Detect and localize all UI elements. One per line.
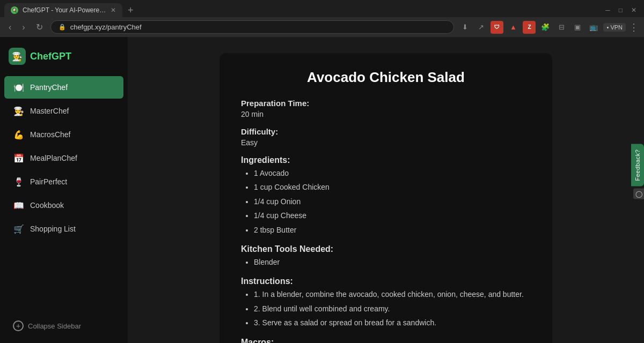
browser-tab-active[interactable]: 🍳 ChefGPT - Your AI-Powered Pers... ✕ [4,3,122,17]
logo-text: ChefGPT [30,51,71,62]
recipe-card: Avocado Chicken Salad Preparation Time: … [219,53,552,343]
share-icon[interactable]: ↗ [474,21,487,34]
list-item: Blender [254,256,531,268]
tab-close-button[interactable]: ✕ [111,6,116,14]
list-item: 1. In a blender, combine the avocado, co… [254,288,531,300]
difficulty-label: Difficulty: [241,127,531,136]
prep-time-label: Preparation Time: [241,99,531,108]
instructions-list: 1. In a blender, combine the avocado, co… [241,288,531,329]
browser-menu-button[interactable]: ⋮ [629,21,639,33]
sidebar-item-label: MealPlanChef [30,154,77,162]
extension-icon-2[interactable]: ▲ [507,21,519,34]
pantry-chef-icon: 🍽️ [13,81,25,93]
ingredients-list: 1 Avocado 1 cup Cooked Chicken 1/4 cup O… [241,167,531,236]
ingredients-label: Ingredients: [241,155,531,165]
security-icon: 🔒 [58,24,66,31]
macros-label: Macros: [241,338,531,343]
list-item: 1/4 cup Onion [254,196,531,207]
minimize-button[interactable]: ─ [602,5,613,15]
refresh-button[interactable]: ↻ [33,21,46,33]
sidebar-item-macros-chef[interactable]: 💪 MacrosChef [4,123,123,146]
sidebar-item-shopping-list[interactable]: 🛒 Shopping List [4,218,123,240]
address-bar: ‹ › ↻ 🔒 chefgpt.xyz/pantryChef ⬇ ↗ 🛡 ▲ Z… [0,17,644,37]
list-item: 1/4 cup Cheese [254,210,531,221]
list-item: 1 cup Cooked Chicken [254,181,531,193]
tab-favicon: 🍳 [11,6,18,14]
collapse-sidebar-label: Collapse Sidebar [28,322,81,330]
logo-accent: GPT [52,51,71,62]
sidebar: 👨‍🍳 ChefGPT 🍽️ PantryChef 👨‍🍳 MasterChef… [0,37,128,343]
split-view-icon[interactable]: ▣ [571,21,584,34]
logo-icon: 👨‍🍳 [9,48,26,65]
sidebar-item-meal-plan-chef[interactable]: 📅 MealPlanChef [4,147,123,169]
forward-button[interactable]: › [19,21,28,33]
logo-main: Chef [30,51,52,62]
new-tab-button[interactable]: + [125,5,137,16]
tab-bar: 🍳 ChefGPT - Your AI-Powered Pers... ✕ + … [0,0,644,17]
sidebar-item-master-chef[interactable]: 👨‍🍳 MasterChef [4,100,123,122]
sidebar-spacer [0,241,128,315]
sidebar-item-label: MacrosChef [30,130,70,139]
logo: 👨‍🍳 ChefGPT [0,43,128,76]
tools-list: Blender [241,256,531,268]
feedback-button[interactable]: Feedback? [631,144,644,187]
extension-icon-3[interactable]: Z [523,21,536,34]
meal-plan-chef-icon: 📅 [13,152,25,164]
list-item: 1 Avocado [254,167,531,179]
url-bar[interactable]: 🔒 chefgpt.xyz/pantryChef [50,20,455,34]
macros-chef-icon: 💪 [13,129,25,140]
sidebar-item-label: Shopping List [30,225,76,233]
prep-time-value: 20 min [241,110,531,118]
browser-chrome: 🍳 ChefGPT - Your AI-Powered Pers... ✕ + … [0,0,644,37]
download-icon[interactable]: ⬇ [458,21,471,34]
extensions-button[interactable]: 🧩 [539,21,552,34]
collapse-sidebar-button[interactable]: + Collapse Sidebar [4,315,123,337]
feedback-container: Feedback? ◯ [631,144,644,199]
tools-label: Kitchen Tools Needed: [241,244,531,254]
feedback-toggle-icon[interactable]: ◯ [633,188,644,199]
sidebar-item-pantry-chef[interactable]: 🍽️ PantryChef [4,76,123,99]
list-item: 2 tbsp Butter [254,224,531,236]
cast-icon[interactable]: 📺 [587,21,600,34]
browser-toolbar: ⬇ ↗ 🛡 ▲ Z 🧩 ⊟ ▣ 📺 • VPN ⋮ [458,21,639,34]
sidebar-item-label: PairPerfect [30,177,67,186]
maximize-button[interactable]: □ [616,5,626,15]
sidebar-item-label: Cookbook [30,201,64,210]
cookbook-icon: 📖 [13,199,25,211]
tab-title: ChefGPT - Your AI-Powered Pers... [23,6,106,14]
sidebar-item-pair-perfect[interactable]: 🍷 PairPerfect [4,170,123,193]
extension-icon-1[interactable]: 🛡 [491,21,503,34]
close-button[interactable]: ✕ [628,5,640,15]
difficulty-value: Easy [241,138,531,147]
window-controls: ─ □ ✕ [602,5,640,15]
url-text: chefgpt.xyz/pantryChef [70,23,142,31]
instructions-label: Instructions: [241,277,531,286]
list-item: 2. Blend until well combined and creamy. [254,303,531,315]
back-button[interactable]: ‹ [5,21,14,33]
sidebar-item-label: PantryChef [30,83,68,92]
app-container: 👨‍🍳 ChefGPT 🍽️ PantryChef 👨‍🍳 MasterChef… [0,37,644,343]
sidebar-item-cookbook[interactable]: 📖 Cookbook [4,194,123,217]
shopping-list-icon: 🛒 [13,223,25,235]
list-item: 3. Serve as a salad or spread on bread f… [254,317,531,329]
pair-perfect-icon: 🍷 [13,176,25,188]
master-chef-icon: 👨‍🍳 [13,105,25,117]
recipe-title: Avocado Chicken Salad [241,69,531,86]
collapse-icon: + [13,320,24,331]
sidebar-item-label: MasterChef [30,107,69,115]
main-content: Avocado Chicken Salad Preparation Time: … [128,37,644,343]
tab-organizer-icon[interactable]: ⊟ [555,21,568,34]
vpn-label[interactable]: • VPN [603,23,626,32]
